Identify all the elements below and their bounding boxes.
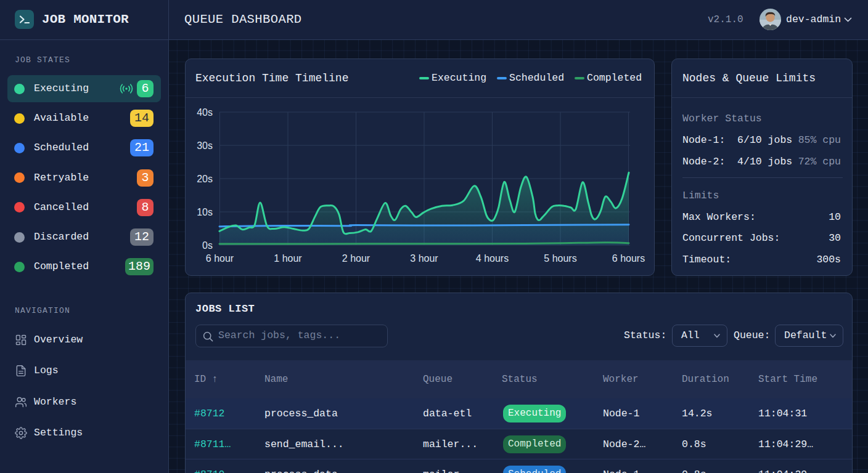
svg-text:1 hour: 1 hour: [274, 253, 302, 264]
svg-text:6 hour: 6 hour: [206, 253, 234, 264]
svg-text:2 hour: 2 hour: [342, 253, 371, 264]
svg-text:10s: 10s: [197, 207, 213, 217]
svg-text:30s: 30s: [197, 140, 213, 151]
svg-text:20s: 20s: [197, 174, 213, 184]
svg-text:6 hours: 6 hours: [612, 253, 645, 264]
svg-text:5 hours: 5 hours: [544, 253, 576, 264]
svg-text:3 hour: 3 hour: [410, 253, 438, 264]
svg-text:0s: 0s: [202, 240, 213, 251]
svg-text:40s: 40s: [197, 107, 213, 118]
svg-text:4 hours: 4 hours: [476, 253, 509, 264]
